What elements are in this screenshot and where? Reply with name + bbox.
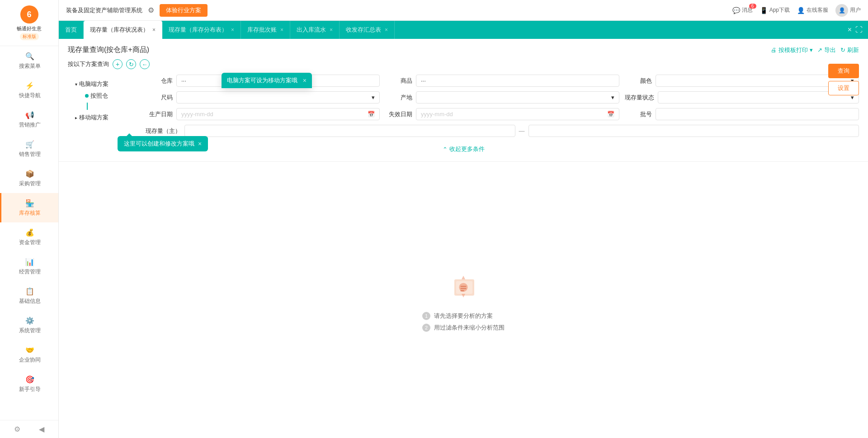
app-download-btn[interactable]: 📱 App下载 [760,6,790,14]
top-header: 装备及固定资产辅助管理系统 ⚙ 体验行业方案 💬 消息 6 📱 App下载 👤 … [59,0,868,21]
sidebar-item-quick-nav[interactable]: ⚡ 快捷导航 [0,75,58,105]
sidebar-item-newbie[interactable]: 🎯 新手引导 [0,369,58,399]
settings-footer-icon[interactable]: ⚙ [14,425,20,433]
industry-btn[interactable]: 体验行业方案 [160,4,208,17]
stock-main-to[interactable] [528,125,859,137]
dropdown-arrow-icon: ▾ [810,47,813,53]
stock-main-from[interactable] [184,125,515,137]
system-settings-icon[interactable]: ⚙ [148,6,154,14]
sidebar-item-purchase[interactable]: 📦 采购管理 [0,164,58,193]
sidebar-item-finance[interactable]: 💰 资金管理 [0,222,58,252]
search-icon: 🔍 [25,52,34,61]
svg-marker-6 [462,276,465,279]
service-icon: 👤 [797,7,805,14]
filter-row-2: 尺码 ▾ 产地 ▾ [146,91,859,104]
tab-inout[interactable]: 出入库流水 × [290,21,340,39]
tab-close-receivable[interactable]: × [385,27,388,33]
query-btn[interactable]: 查询 [828,64,859,78]
create-tooltip-close[interactable]: × [198,140,202,147]
filter-dropdown-close[interactable]: × [303,77,307,84]
empty-tip-1: 1 请先选择要分析的方案 [422,312,505,320]
online-service-btn[interactable]: 👤 在线客服 [797,6,828,14]
sidebar-item-system[interactable]: ⚙️ 系统管理 [0,311,58,340]
sidebar-item-label: 库存核算 [19,209,41,217]
sidebar-item-enterprise[interactable]: 🤝 企业协同 [0,340,58,369]
goods-select[interactable]: ··· [416,75,619,87]
tab-close-all-icon[interactable]: × [848,26,852,34]
messages-btn[interactable]: 💬 消息 6 [732,6,753,14]
collapse-sidebar-icon[interactable]: ◀ [39,425,44,433]
tab-receivable[interactable]: 收发存汇总表 × [340,21,395,39]
tab-close-batch[interactable]: × [280,27,283,33]
tab-inventory-status-label: 现存量（库存状况表） [90,26,149,34]
warehouse-dots: ··· [181,77,186,84]
sidebar-nav: 🔍 搜索菜单 ⚡ 快捷导航 📢 营销推广 🛒 销售管理 📦 采购管理 🏪 [0,46,58,420]
export-btn[interactable]: ↗ 导出 [817,46,836,54]
sidebar-item-marketing[interactable]: 📢 营销推广 [0,105,58,134]
sidebar-item-label: 基础信息 [19,297,41,305]
tab-close-inventory-dist[interactable]: × [231,27,234,33]
print-template-btn[interactable]: 🖨 按模板打印 ▾ [771,46,813,54]
tab-maximize-icon[interactable]: ⛶ [855,26,863,34]
scheme-mobile-label: 移动端方案 [79,113,108,122]
filter-cell-expiry-date: 失效日期 yyyy-mm-dd 📅 [385,108,619,120]
sidebar-item-search[interactable]: 🔍 搜索菜单 [0,46,58,75]
scheme-node-pc[interactable]: ▾ 电脑端方案 [71,78,137,90]
sidebar-item-label: 经营管理 [19,268,41,276]
tab-receivable-label: 收发存汇总表 [346,26,381,34]
sidebar-item-label: 快捷导航 [19,92,41,99]
production-date-placeholder: yyyy-mm-dd [181,111,213,118]
filter-cell-production-date: 生产日期 yyyy-mm-dd 📅 [146,108,380,120]
filter-title: 按以下方案查询 [68,60,109,68]
scheme-node-mobile[interactable]: ▸ 移动端方案 [71,112,137,123]
create-tooltip: 这里可以创建和修改方案哦 × [118,136,208,151]
page-header: 现存量查询(按仓库+商品) 🖨 按模板打印 ▾ ↗ 导出 ↻ 刷新 [59,39,868,59]
tip-text-1: 请先选择要分析的方案 [434,312,493,320]
filter-row-4: 现存量（主） — [146,125,859,137]
filter-add-btn[interactable]: + [113,59,123,69]
marketing-icon: 📢 [25,110,34,119]
empty-illustration [445,268,481,305]
collapse-label: 收起更多条件 [449,145,485,153]
origin-select[interactable]: ▾ [416,91,619,104]
back-icon: ← [142,61,148,68]
expiry-date-placeholder: yyyy-mm-dd [421,111,453,118]
header-right: 💬 消息 6 📱 App下载 👤 在线客服 👤 用户 [732,4,861,17]
sidebar-item-label: 资金管理 [19,239,41,246]
tab-inventory-status[interactable]: 现存量（库存状况表） × [84,21,162,39]
user-label: 用户 [850,6,861,14]
sidebar-footer: ⚙ ◀ [0,420,58,438]
sidebar-item-inventory[interactable]: 🏪 库存核算 [0,193,58,222]
messages-badge: 6 [749,4,756,9]
basic-icon: 📋 [25,287,34,296]
tab-close-inout[interactable]: × [330,27,333,33]
sidebar-item-label: 系统管理 [19,327,41,334]
expiry-date-input[interactable]: yyyy-mm-dd 📅 [416,108,619,120]
tab-batch[interactable]: 库存批次账 × [241,21,290,39]
sidebar-item-sales[interactable]: 🛒 销售管理 [0,134,58,164]
reset-btn[interactable]: 设置 [828,81,859,95]
size-select[interactable]: ▾ [176,91,380,104]
sidebar-item-basic[interactable]: 📋 基础信息 [0,281,58,311]
sidebar-item-operations[interactable]: 📊 经营管理 [0,252,58,281]
sidebar-item-label: 销售管理 [19,151,41,158]
tab-batch-label: 库存批次账 [247,26,277,34]
scheme-node-pc-child[interactable]: 按照仓 [71,90,137,102]
tab-home[interactable]: 首页 [59,21,84,39]
sidebar: 6 畅通好生意 标准版 🔍 搜索菜单 ⚡ 快捷导航 📢 营销推广 🛒 销售管理 [0,0,59,438]
svg-rect-3 [461,286,467,287]
production-date-input[interactable]: yyyy-mm-dd 📅 [176,108,380,120]
user-btn[interactable]: 👤 用户 [835,4,861,17]
scheme-child-label: 按照仓 [90,92,108,100]
tab-home-label: 首页 [65,26,77,34]
export-icon: ↗ [817,47,822,53]
filter-refresh-btn[interactable]: ↻ [126,59,136,69]
tab-inventory-dist[interactable]: 现存量（库存分布表） × [162,21,241,39]
filter-back-btn[interactable]: ← [140,59,150,69]
create-tooltip-text: 这里可以创建和修改方案哦 [124,140,194,148]
tab-close-inventory-status[interactable]: × [152,27,156,33]
batch-input[interactable] [656,108,859,120]
refresh-btn[interactable]: ↻ 刷新 [840,46,859,54]
size-label: 尺码 [146,94,173,102]
filter-row-3: 生产日期 yyyy-mm-dd 📅 失效日期 yyyy-mm-dd [146,108,859,120]
